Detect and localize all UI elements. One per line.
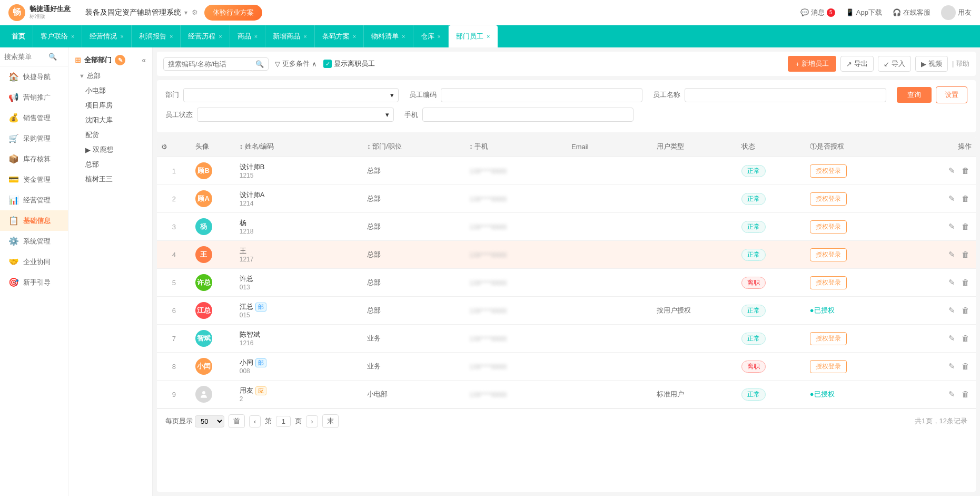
tab-home[interactable]: 首页 [4, 25, 33, 47]
dept-node-shenyang[interactable]: 沈阳大库 [75, 113, 152, 128]
delete-button[interactable]: 🗑 [959, 221, 972, 232]
dept-node-zhishu[interactable]: 植树王三 [75, 172, 152, 187]
close-icon[interactable]: × [254, 33, 258, 40]
edit-button[interactable]: ✎ [946, 333, 957, 344]
sidebar-item-purchase[interactable]: 🛒 采购管理 [0, 128, 68, 149]
edit-button[interactable]: ✎ [946, 361, 957, 372]
settings-icon[interactable]: ⚙ [192, 8, 198, 16]
dept-edit-icon[interactable]: ✎ [115, 55, 125, 65]
edit-button[interactable]: ✎ [946, 221, 957, 232]
auth-cell[interactable]: 授权登录 [806, 325, 908, 353]
app-download-item[interactable]: 📱 App下载 [846, 8, 882, 17]
sidebar-item-nav[interactable]: 🏠 快捷导航 [0, 66, 68, 87]
authorize-button[interactable]: 授权登录 [810, 360, 847, 373]
tab-operation[interactable]: 经营情况 × [82, 25, 131, 47]
help-button[interactable]: | 帮助 [952, 59, 969, 69]
authorize-button[interactable]: 授权登录 [810, 332, 847, 345]
sidebar-item-inventory[interactable]: 📦 库存核算 [0, 149, 68, 169]
col-settings[interactable]: ⚙ [157, 137, 191, 157]
sidebar-item-biz[interactable]: 📊 经营管理 [0, 190, 68, 210]
prev-page-button[interactable]: ‹ [249, 415, 261, 427]
delete-button[interactable]: 🗑 [959, 249, 972, 260]
dept-node-shuanglu[interactable]: ▶ 双鹿想 [75, 142, 152, 157]
user-item[interactable]: 用友 [941, 5, 972, 20]
auth-cell[interactable]: ●已授权 [806, 297, 908, 325]
auth-cell[interactable]: 授权登录 [806, 157, 908, 185]
sidebar-item-sales[interactable]: 💰 销售管理 [0, 108, 68, 128]
last-page-button[interactable]: 末 [322, 414, 339, 428]
setting-button[interactable]: 设置 [936, 86, 967, 103]
close-icon[interactable]: × [170, 33, 173, 40]
online-service-item[interactable]: 🎧 在线客服 [893, 8, 930, 17]
emp-code-input[interactable] [441, 88, 642, 102]
next-page-button[interactable]: › [306, 415, 318, 427]
close-icon[interactable]: × [353, 33, 356, 40]
auth-cell[interactable]: 授权登录 [806, 269, 908, 297]
edit-button[interactable]: ✎ [946, 277, 957, 288]
add-employee-button[interactable]: + 新增员工 [788, 56, 836, 72]
sidebar-item-marketing[interactable]: 📢 营销推广 [0, 87, 68, 108]
search-button[interactable]: 查询 [897, 87, 932, 103]
dept-node-project[interactable]: 项目库房 [75, 98, 152, 113]
tab-barcode[interactable]: 条码方案 × [315, 25, 364, 47]
search-input[interactable] [168, 60, 252, 68]
dropdown-arrow-icon[interactable]: ▾ [184, 9, 187, 16]
tab-profit[interactable]: 利润报告 × [132, 25, 181, 47]
delete-button[interactable]: 🗑 [959, 193, 972, 204]
delete-button[interactable]: 🗑 [959, 305, 972, 316]
phone-input[interactable] [422, 108, 633, 122]
tab-goods[interactable]: 商品 × [230, 25, 265, 47]
col-phone-header[interactable]: ↕ 手机 [465, 137, 567, 157]
status-select[interactable]: ▾ [197, 108, 394, 122]
more-filter-btn[interactable]: ▽ 更多条件 ∧ [275, 59, 317, 69]
tab-dept-employee[interactable]: 部门员工 × [449, 25, 498, 47]
tab-business-history[interactable]: 经营历程 × [181, 25, 230, 47]
delete-button[interactable]: 🗑 [959, 165, 972, 176]
dept-node-distribution[interactable]: 配货 [75, 128, 152, 142]
sidebar-search-input[interactable] [4, 53, 46, 61]
sidebar-item-basic[interactable]: 📋 基础信息 [0, 210, 68, 231]
dept-node-headquarters[interactable]: ▼ 总部 [68, 69, 152, 83]
close-icon[interactable]: × [438, 33, 441, 40]
edit-button[interactable]: ✎ [946, 193, 957, 205]
edit-button[interactable]: ✎ [946, 165, 957, 177]
edit-button[interactable]: ✎ [946, 305, 957, 316]
authorize-button[interactable]: 授权登录 [810, 248, 847, 261]
close-icon[interactable]: × [120, 33, 123, 40]
dept-select[interactable]: ▾ [183, 88, 399, 102]
per-page-select[interactable]: 50 100 [195, 415, 224, 427]
sidebar-item-collab[interactable]: 🤝 企业协同 [0, 251, 68, 272]
sidebar-item-guide[interactable]: 🎯 新手引导 [0, 272, 68, 293]
emp-name-input[interactable] [685, 88, 886, 102]
close-icon[interactable]: × [303, 33, 306, 40]
authorize-button[interactable]: 授权登录 [810, 164, 847, 178]
authorize-button[interactable]: 授权登录 [810, 276, 847, 289]
auth-cell[interactable]: 授权登录 [806, 353, 908, 381]
edit-button[interactable]: ✎ [946, 249, 957, 260]
import-button[interactable]: ↙ 导入 [878, 56, 911, 72]
tab-add-goods[interactable]: 新增商品 × [265, 25, 314, 47]
auth-cell[interactable]: 授权登录 [806, 213, 908, 241]
delete-button[interactable]: 🗑 [959, 388, 972, 400]
trial-button[interactable]: 体验行业方案 [204, 5, 262, 21]
col-dept-header[interactable]: ↕ 部门/职位 [363, 137, 465, 157]
dept-node-zongbu[interactable]: 总部 [75, 157, 152, 172]
auth-cell[interactable]: ●已授权 [806, 381, 908, 409]
tab-customer[interactable]: 客户联络 × [33, 25, 82, 47]
tab-bom[interactable]: 物料清单 × [364, 25, 413, 47]
tab-warehouse[interactable]: 仓库 × [413, 25, 449, 47]
authorize-button[interactable]: 授权登录 [810, 220, 847, 234]
auth-cell[interactable]: 授权登录 [806, 241, 908, 269]
video-button[interactable]: ▶ 视频 [915, 56, 948, 72]
delete-button[interactable]: 🗑 [959, 361, 972, 372]
sidebar-item-finance[interactable]: 💳 资金管理 [0, 169, 68, 190]
close-icon[interactable]: × [402, 33, 405, 40]
auth-cell[interactable]: 授权登录 [806, 185, 908, 213]
close-icon[interactable]: × [219, 33, 222, 40]
authorize-button[interactable]: 授权登录 [810, 192, 847, 206]
show-resign-toggle[interactable]: ✓ 显示离职员工 [323, 59, 375, 69]
collapse-icon[interactable]: « [142, 56, 146, 64]
delete-button[interactable]: 🗑 [959, 277, 972, 288]
message-item[interactable]: 💬 消息 5 [800, 8, 835, 17]
first-page-button[interactable]: 首 [229, 414, 245, 428]
